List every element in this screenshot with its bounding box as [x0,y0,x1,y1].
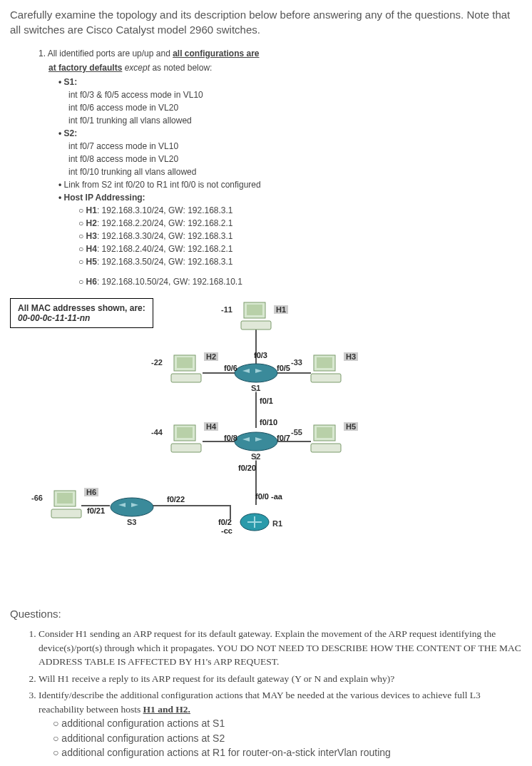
question-3: Identify/describe the additional configu… [39,688,522,760]
port-f020: f0/20 [238,464,256,472]
h1-name: H1 [274,305,288,314]
h3-name: H3 [344,352,358,361]
text-underline: all configurations are [173,48,259,58]
config-line-1: 1. All identified ports are up/up and al… [39,47,522,60]
h6-mac: -66 [31,494,43,502]
s2-config-a: int f0/7 access mode in VL10 [68,140,522,153]
link-s3-r1-b [230,505,231,519]
port-f021: f0/21 [87,506,105,515]
port-f03: f0/3 [254,351,267,359]
r1-label: R1 [271,519,284,528]
q3-sub3: additional configuration actions at R1 f… [53,745,522,760]
h3-mac: -33 [291,358,302,367]
svg-rect-12 [171,444,201,452]
port-f08: f0/8 [224,434,237,442]
host-ip-h4: H4: 192.168.2.40/24, GW: 192.168.2.1 [78,242,522,255]
port-f02: f0/2 [218,518,232,526]
question-2: Will H1 receive a reply to its ARP reque… [39,672,522,686]
h2-name: H2 [204,352,218,361]
svg-rect-4 [177,357,193,368]
svg-rect-1 [247,305,262,315]
list-number: 1. [39,48,46,58]
s1-config-a: int f0/3 & f0/5 access mode in VL10 [68,88,522,101]
host-ip-h3: H3: 192.168.3.30/24, GW: 192.168.3.1 [78,230,522,242]
switch-s2 [234,431,278,452]
svg-point-9 [235,364,277,382]
port-f00: f0/0 -aa [255,492,282,501]
questions-section: Questions: Consider H1 sending an ARP re… [10,608,522,760]
h5-name: H5 [344,422,358,431]
port-f05: f0/5 [277,364,290,372]
host-h6 [50,489,83,519]
q3-sub2: additional configuration actions at S2 [53,731,522,745]
port-f06: f0/6 [224,364,237,372]
bullet-s2: S2: [58,127,522,140]
h5-mac: -55 [291,428,302,436]
host-h3 [310,354,342,384]
h6-name: H6 [84,488,98,496]
router-r1 [240,512,270,532]
host-h4 [170,424,203,454]
h1-mac: -11 [221,305,232,314]
port-f010: f0/10 [260,418,277,427]
s2-label: S2 [250,452,262,461]
s1-label: S1 [250,384,262,392]
text-underline: at factory defaults [48,63,122,73]
switch-s3 [110,496,154,518]
svg-point-20 [111,498,153,516]
host-ip-h1: H1: H1: 192.168.3.10/24, GW: 192.168.3.1… [78,204,522,217]
svg-rect-8 [311,374,341,382]
link-h3-s1 [275,372,311,374]
port-f01: f0/1 [260,397,273,405]
question-1: Consider H1 sending an ARP request for i… [39,627,522,669]
host-h2 [170,354,203,384]
bullet-s1: S1: [58,76,522,88]
h4-name: H4 [204,422,218,431]
host-h5 [310,424,342,454]
config-section: 1. All identified ports are up/up and al… [39,47,522,288]
topology-diagram: All MAC addresses shown, are: 00-00-0c-1… [10,298,523,591]
s1-config-b: int f0/6 access mode in VL20 [68,101,522,114]
config-line-2: at factory defaults except as noted belo… [48,61,522,74]
host-ip-h2: H2: 192.168.2.20/24, GW: 192.168.2.1 [78,217,522,230]
svg-rect-15 [311,444,341,452]
mac-line2: 00-00-0c-11-11-nn [18,313,145,323]
bullet-link: Link from S2 int f0/20 to R1 int f0/0 is… [58,178,522,191]
svg-rect-11 [177,427,193,438]
link-s1-s2 [255,389,257,428]
questions-header: Questions: [10,608,522,620]
s3-label: S3 [126,518,138,526]
svg-rect-2 [241,321,271,330]
q3-sub1: additional configuration actions at S1 [53,716,522,730]
port-f022: f0/22 [167,495,185,504]
text: as noted below: [150,63,212,73]
svg-rect-5 [171,374,201,382]
h2-mac: -22 [151,358,163,367]
mac-line1: All MAC addresses shown, are: [18,303,145,313]
port-f07: f0/7 [277,434,290,442]
host-h1 [240,301,272,331]
switch-s1 [234,362,278,384]
svg-rect-14 [317,427,332,438]
host-ip-h6: H6: 192.168.10.50/24, GW: 192.168.10.1 [78,275,522,288]
s2-config-b: int f0/8 access mode in VL20 [68,153,522,165]
svg-rect-7 [317,357,332,368]
svg-rect-18 [57,493,73,504]
host-ip-h5: H5: 192.168.3.50/24, GW: 192.168.3.1 [78,255,522,268]
s1-config-c: int f0/1 trunking all vlans allowed [68,114,522,127]
link-h2-s1 [203,372,238,374]
bullet-hostip: Host IP Addressing: [58,191,522,204]
svg-point-16 [235,432,277,451]
mac-address-box: All MAC addresses shown, are: 00-00-0c-1… [10,298,153,328]
intro-text: Carefully examine the topology and its d… [10,7,522,37]
link-s3-r1 [153,505,231,506]
s2-config-c: int f0/10 trunking all vlans allowed [68,165,522,178]
port-cc: -cc [221,526,232,535]
text-italic: except [122,63,150,73]
svg-rect-19 [51,509,81,518]
text: All identified ports are up/up and [48,48,173,58]
h4-mac: -44 [151,428,163,436]
